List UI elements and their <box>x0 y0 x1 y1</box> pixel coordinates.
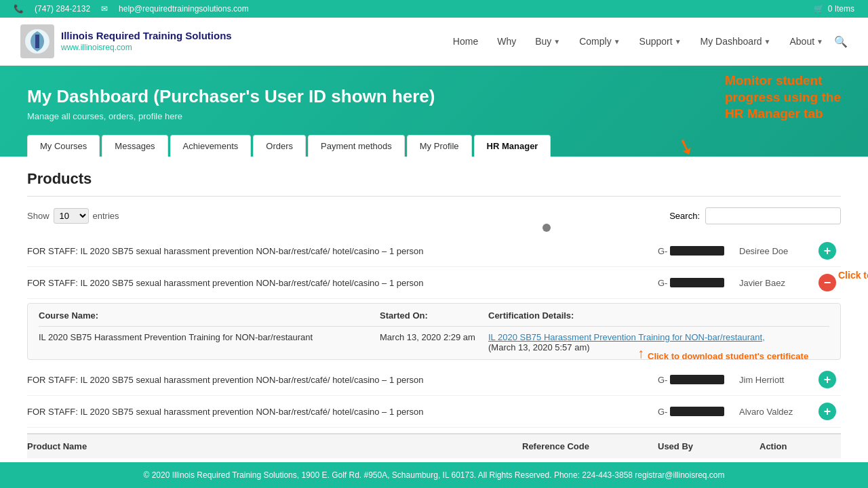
content-area: Products Show 10 25 50 100 entries Searc… <box>0 157 868 472</box>
nav-about[interactable]: About ▼ <box>782 30 832 52</box>
email-icon: ✉ <box>101 4 108 14</box>
top-bar: 📞 (747) 284-2132 ✉ help@requiredtraining… <box>0 0 868 18</box>
sub-table-row: IL 2020 SB75 Harassment Prevention Train… <box>39 332 829 352</box>
show-label: Show <box>27 211 50 221</box>
logo-image <box>20 24 54 58</box>
product-person-1: Javier Baez <box>739 278 814 288</box>
nav-why[interactable]: Why <box>489 30 524 52</box>
table-controls: Show 10 25 50 100 entries Search: <box>27 207 841 224</box>
table-row: FOR STAFF: IL 2020 SB75 sexual harassmen… <box>27 396 841 428</box>
comply-arrow: ▼ <box>614 38 620 45</box>
buy-arrow: ▼ <box>553 38 560 45</box>
footer-col-action: Action <box>760 441 841 451</box>
tab-hr-manager[interactable]: HR Manager <box>474 135 551 157</box>
footer-col-ref: Reference Code <box>522 441 658 451</box>
code-prefix-1: G- <box>658 278 667 288</box>
about-arrow: ▼ <box>816 38 823 45</box>
code-redacted-3 <box>670 407 724 416</box>
hr-manager-annotation: Monitor student progress using the HR Ma… <box>725 73 841 123</box>
cert-date: (March 13, 2020 5:57 am) <box>488 342 590 352</box>
nav-comply[interactable]: Comply ▼ <box>571 30 628 52</box>
nav-support[interactable]: Support ▼ <box>631 30 690 52</box>
code-prefix-2: G- <box>658 375 667 385</box>
expand-button-2[interactable]: + <box>818 371 836 388</box>
product-code-0: G- <box>658 246 739 256</box>
phone-number: (747) 284-2132 <box>35 4 90 14</box>
table-footer-header: Product Name Reference Code Used By Acti… <box>27 433 841 458</box>
search-row: Search: <box>669 207 841 224</box>
top-bar-left: 📞 (747) 284-2132 ✉ help@requiredtraining… <box>14 4 249 14</box>
sub-table-header: Course Name: Started On: Certification D… <box>39 310 829 327</box>
product-code-2: G- <box>658 375 739 385</box>
cert-arrow: ↑ <box>637 346 644 361</box>
col-cert-label: Certification Details: <box>488 310 829 321</box>
products-divider <box>27 196 841 197</box>
code-redacted-0 <box>670 246 724 256</box>
sub-course-name: IL 2020 SB75 Harassment Prevention Train… <box>39 332 380 352</box>
product-action-0: + <box>814 242 841 260</box>
logo-text: Illinois Required Training Solutions www… <box>61 29 232 53</box>
site-footer: © 2020 Illinois Required Training Soluti… <box>0 462 868 488</box>
logo-area: Illinois Required Training Solutions www… <box>20 24 232 58</box>
search-label: Search: <box>669 211 700 221</box>
tab-my-profile[interactable]: My Profile <box>407 135 472 157</box>
code-prefix-3: G- <box>658 407 667 417</box>
search-icon[interactable]: 🔍 <box>834 35 848 48</box>
brand-name: Illinois Required Training Solutions <box>61 29 232 43</box>
search-input[interactable] <box>705 207 841 224</box>
tab-my-courses[interactable]: My Courses <box>27 135 100 157</box>
col-started-label: Started On: <box>380 310 488 321</box>
product-person-2: Jim Herriott <box>739 375 814 385</box>
collapse-button-1[interactable]: − <box>818 274 836 291</box>
expanded-section: Course Name: Started On: Certification D… <box>27 303 841 360</box>
dashboard-banner: My Dashboard (Purchaser's User ID shown … <box>0 66 868 157</box>
nav-buy[interactable]: Buy ▼ <box>527 30 568 52</box>
table-row: FOR STAFF: IL 2020 SB75 sexual harassmen… <box>27 235 841 267</box>
cert-link[interactable]: IL 2020 SB75 Harassment Prevention Train… <box>488 332 765 342</box>
cart-icon: 🛒 <box>814 4 824 14</box>
product-action-1: − Click to expand <box>814 274 841 291</box>
dashboard-title: My Dashboard (Purchaser's User ID shown … <box>27 86 841 107</box>
expand-button-0[interactable]: + <box>818 242 836 260</box>
code-redacted-1 <box>670 278 724 287</box>
tab-achievements[interactable]: Achievements <box>170 135 252 157</box>
top-bar-right: 🛒 0 Items <box>814 4 854 14</box>
col-course-label: Course Name: <box>39 310 380 321</box>
nav-home[interactable]: Home <box>445 30 486 52</box>
brand-url: www.illinoisreq.com <box>61 43 232 54</box>
products-title: Products <box>27 170 841 188</box>
product-action-2: + <box>814 371 841 388</box>
product-name-0: FOR STAFF: IL 2020 SB75 sexual harassmen… <box>27 246 658 256</box>
product-name-3: FOR STAFF: IL 2020 SB75 sexual harassmen… <box>27 407 658 417</box>
sub-cert: IL 2020 SB75 Harassment Prevention Train… <box>488 332 829 352</box>
table-row: FOR STAFF: IL 2020 SB75 sexual harassmen… <box>27 267 841 299</box>
product-action-3: + <box>814 403 841 420</box>
product-code-1: G- <box>658 278 739 288</box>
product-person-0: Desiree Doe <box>739 246 814 256</box>
product-name-1: FOR STAFF: IL 2020 SB75 sexual harassmen… <box>27 278 658 288</box>
expand-annotation: Click to expand <box>838 270 868 281</box>
tab-orders[interactable]: Orders <box>253 135 306 157</box>
nav-my-dashboard[interactable]: My Dashboard ▼ <box>692 30 779 52</box>
dashboard-arrow: ▼ <box>764 38 771 45</box>
entries-select[interactable]: 10 25 50 100 <box>54 208 89 224</box>
dashboard-tabs: My Courses Messages Achievements Orders … <box>27 135 841 157</box>
footer-col-product: Product Name <box>27 441 522 451</box>
site-header: Illinois Required Training Solutions www… <box>0 18 868 66</box>
entries-label: entries <box>93 211 119 221</box>
sub-started: March 13, 2020 2:29 am <box>380 332 488 352</box>
product-person-3: Alvaro Valdez <box>739 407 814 417</box>
cert-annotation: Click to download student's certificate <box>648 351 808 361</box>
tab-messages[interactable]: Messages <box>102 135 167 157</box>
product-code-3: G- <box>658 407 739 417</box>
support-arrow: ▼ <box>675 38 682 45</box>
show-entries: Show 10 25 50 100 entries <box>27 208 119 224</box>
tab-payment-methods[interactable]: Payment methods <box>308 135 405 157</box>
dashboard-subtitle: Manage all courses, orders, profile here <box>27 111 841 121</box>
footer-col-used: Used By <box>658 441 760 451</box>
code-redacted-2 <box>670 375 724 384</box>
expand-button-3[interactable]: + <box>818 403 836 420</box>
footer-text: © 2020 Illinois Required Training Soluti… <box>143 470 724 480</box>
email-address: help@requiredtrainingsolutions.com <box>119 4 249 14</box>
cart-count[interactable]: 0 Items <box>828 4 854 14</box>
